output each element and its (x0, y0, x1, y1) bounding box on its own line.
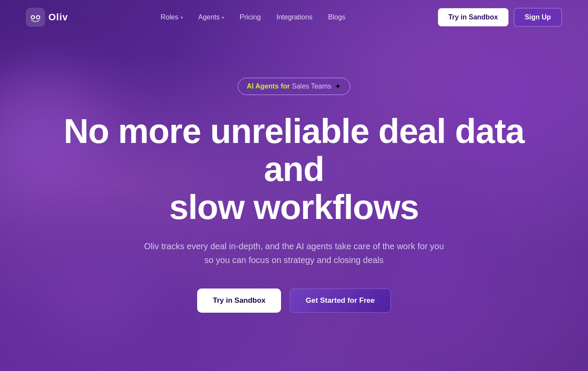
nav-actions: Try in Sandbox Sign Up (438, 8, 562, 27)
logo[interactable]: Oliv (26, 8, 68, 27)
chevron-icon: ▾ (181, 15, 183, 20)
svg-point-4 (37, 16, 39, 19)
hero-section: AI Agents for Sales Teams ✦ No more unre… (0, 35, 588, 313)
hero-badge: AI Agents for Sales Teams ✦ (238, 78, 351, 95)
nav-item-agents[interactable]: Agents ▾ (198, 13, 224, 21)
chevron-icon: ▾ (222, 15, 224, 20)
nav-item-pricing[interactable]: Pricing (240, 13, 261, 21)
get-started-hero-button[interactable]: Get Started for Free (290, 289, 391, 313)
svg-point-3 (32, 16, 34, 19)
nav-link-roles[interactable]: Roles ▾ (161, 13, 183, 21)
try-sandbox-hero-button[interactable]: Try in Sandbox (197, 289, 281, 313)
try-sandbox-nav-button[interactable]: Try in Sandbox (438, 8, 508, 26)
nav-links: Roles ▾ Agents ▾ Pricing Integrations Bl… (161, 13, 345, 21)
nav-link-integrations[interactable]: Integrations (276, 13, 313, 21)
nav-item-roles[interactable]: Roles ▾ (161, 13, 183, 21)
navbar: Oliv Roles ▾ Agents ▾ Pricing Integratio… (0, 0, 588, 35)
logo-icon (26, 8, 45, 27)
hero-buttons: Try in Sandbox Get Started for Free (197, 289, 391, 313)
nav-link-blogs[interactable]: Blogs (328, 13, 345, 21)
hero-title: No more unreliable deal data and slow wo… (56, 112, 532, 226)
hero-subtitle: Oliv tracks every deal in-depth, and the… (144, 239, 444, 267)
sparkle-icon: ✦ (335, 82, 341, 91)
svg-rect-0 (26, 8, 45, 27)
badge-text: AI Agents for Sales Teams (247, 82, 332, 90)
nav-item-blogs[interactable]: Blogs (328, 13, 345, 21)
nav-link-agents[interactable]: Agents ▾ (198, 13, 224, 21)
nav-link-pricing[interactable]: Pricing (240, 13, 261, 21)
signup-nav-button[interactable]: Sign Up (514, 8, 562, 27)
nav-item-integrations[interactable]: Integrations (276, 13, 313, 21)
brand-name: Oliv (48, 12, 68, 23)
